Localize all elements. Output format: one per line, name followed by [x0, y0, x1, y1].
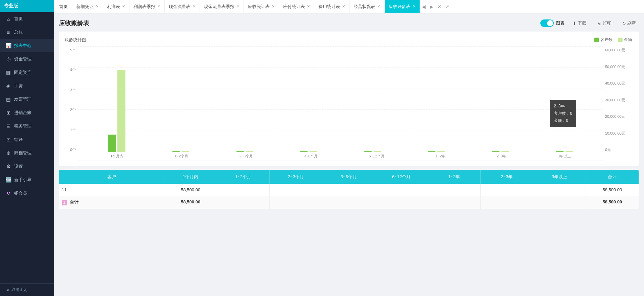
sidebar-item-home[interactable]: ⌂ 首页	[0, 12, 54, 26]
toggle-label: 图表	[556, 20, 565, 26]
x-label-3yplus: 3年以上	[558, 154, 571, 159]
y-right-0: 0元	[605, 147, 611, 152]
sidebar-item-assets[interactable]: ▦ 固定资产	[0, 66, 54, 79]
tab-profit-quarter[interactable]: 利润表季报 ✕	[129, 0, 165, 13]
print-button[interactable]: 🖨 打印	[594, 19, 614, 28]
tab-bizstat-close[interactable]: ✕	[377, 4, 380, 9]
app-logo: 专业版	[0, 0, 54, 12]
cell-612m	[375, 184, 428, 196]
download-label: 下载	[578, 20, 586, 26]
sidebar-item-settings[interactable]: ⚙ 设置	[0, 160, 54, 173]
tab-profit-close[interactable]: ✕	[122, 4, 125, 9]
summary-12y	[428, 196, 481, 209]
sidebar-label-finance: 资金管理	[14, 56, 32, 62]
th-3yplus: 3年以上	[533, 170, 586, 184]
tab-cashflow-close[interactable]: ✕	[193, 4, 196, 9]
tab-profit-quarter-close[interactable]: ✕	[157, 4, 160, 9]
tab-profit-label: 利润表	[107, 4, 120, 10]
sidebar-item-invoice[interactable]: ▤ 发票管理	[0, 93, 54, 106]
th-total: 合计	[586, 170, 639, 184]
legend-amount-dot	[618, 38, 623, 42]
cell-12y	[428, 184, 481, 196]
th-36m: 3~6个月	[322, 170, 375, 184]
tab-voucher-close[interactable]: ✕	[96, 4, 99, 9]
tab-ar-stat[interactable]: 应收统计表 ✕	[244, 0, 279, 13]
sidebar-item-vip[interactable]: V 畅会员	[0, 187, 54, 200]
tab-close-all-button[interactable]: ✕	[435, 0, 443, 13]
chart-bars	[78, 46, 603, 152]
assets-icon: ▦	[5, 69, 11, 76]
sidebar-item-archive[interactable]: ⊛ 归档管理	[0, 146, 54, 160]
chart-area: 5个 4个 3个 2个 1个 0个	[64, 46, 633, 160]
tab-ar-stat-close[interactable]: ✕	[272, 4, 275, 9]
summary-label-cell: Σ 合计	[59, 196, 164, 209]
sidebar-label-report: 报表中心	[14, 43, 32, 49]
summary-23m	[270, 196, 322, 209]
summary-612m	[375, 196, 428, 209]
page-title: 应收账龄表	[59, 19, 89, 27]
sidebar-label-vip: 畅会员	[14, 190, 27, 196]
x-label-23y: 2~3年	[497, 154, 507, 159]
x-label-12y: 1~2年	[436, 154, 446, 159]
y-axis-right: 60,000.00元 50,000.00元 40,000.00元 30,000.…	[603, 46, 633, 160]
cell-12m	[217, 184, 270, 196]
download-button[interactable]: ⬇ 下载	[570, 19, 589, 28]
tab-expense-close[interactable]: ✕	[342, 4, 345, 9]
tab-ar-aging-close[interactable]: ✕	[413, 4, 416, 9]
tab-ar-aging[interactable]: 应收账龄表 ✕	[385, 0, 420, 13]
tab-cashflow-quarter[interactable]: 现金流量表季报 ✕	[200, 0, 244, 13]
tab-voucher[interactable]: 新增凭证 ✕	[72, 0, 103, 13]
y-left-5: 5个	[70, 48, 76, 53]
y-left-2: 2个	[70, 107, 76, 112]
tab-prev-button[interactable]: ◀	[420, 0, 428, 13]
sidebar-item-guide[interactable]: 🆕 新手引导	[0, 173, 54, 187]
sidebar-label-tax: 税务管理	[14, 123, 32, 129]
y-right-10k: 10,000.00元	[605, 131, 625, 136]
sidebar-item-finance[interactable]: ◎ 资金管理	[0, 52, 54, 66]
sidebar-label-invoice: 发票管理	[14, 96, 32, 102]
tab-expense[interactable]: 费用统计表 ✕	[314, 0, 350, 13]
tab-home[interactable]: 首页	[55, 0, 72, 13]
tab-expand-button[interactable]: ⤢	[443, 0, 451, 13]
report-icon: 📊	[5, 43, 11, 49]
legend-amount: 金额	[618, 37, 632, 43]
cell-1m: 58,500.00	[164, 184, 217, 196]
tab-profit[interactable]: 利润表 ✕	[103, 0, 129, 13]
tab-bizstat-label: 经营状况表	[354, 4, 375, 10]
sidebar-label-settings: 设置	[14, 163, 23, 169]
tab-ap-stat[interactable]: 应付统计表 ✕	[279, 0, 314, 13]
sidebar-item-report[interactable]: 📊 报表中心	[0, 39, 54, 52]
sidebar-item-stock[interactable]: ⊞ 进销台账	[0, 106, 54, 119]
sidebar-item-salary[interactable]: ◈ 工资	[0, 79, 54, 93]
summary-23y	[481, 196, 533, 209]
collapse-button[interactable]: ◄ 取消固定	[0, 283, 54, 296]
sidebar-item-ledger[interactable]: ≡ 总账	[0, 26, 54, 39]
sidebar-item-tax[interactable]: ⊟ 税务管理	[0, 119, 54, 133]
stock-icon: ⊞	[5, 110, 11, 116]
chart-container: 账龄统计图 客户数 金额 5个 4个 3个 2个 1个	[59, 32, 639, 166]
sidebar: 专业版 ⌂ 首页 ≡ 总账 📊 报表中心 ◎ 资金管理 ▦ 固定资产 ◈ 工资 …	[0, 0, 54, 296]
summary-total: 58,500.00	[586, 196, 639, 209]
guide-icon: 🆕	[5, 177, 11, 183]
sidebar-label-salary: 工资	[14, 83, 23, 89]
cell-total: 58,500.00	[586, 184, 639, 196]
tab-ar-aging-label: 应收账龄表	[389, 4, 411, 10]
sidebar-item-closing[interactable]: ⊡ 结账	[0, 133, 54, 146]
tab-cashflow-quarter-label: 现金流量表季报	[204, 4, 234, 10]
summary-12m	[217, 196, 270, 209]
summary-36m	[322, 196, 375, 209]
toggle-thumb	[547, 20, 553, 26]
home-icon: ⌂	[5, 16, 11, 22]
data-table: 客户 1个月内 1~2个月 2~3个月 3~6个月 6~12个月 1~2年 2~…	[59, 170, 639, 209]
toggle-track[interactable]	[540, 19, 554, 27]
th-12m: 1~2个月	[217, 170, 270, 184]
tab-cashflow-quarter-close[interactable]: ✕	[236, 4, 239, 9]
chart-toggle[interactable]: 图表	[540, 19, 565, 27]
tab-cashflow[interactable]: 现金流量表 ✕	[165, 0, 200, 13]
tab-bizstat[interactable]: 经营状况表 ✕	[350, 0, 385, 13]
tab-next-button[interactable]: ▶	[428, 0, 435, 13]
ledger-icon: ≡	[5, 30, 11, 35]
invoice-icon: ▤	[5, 96, 11, 102]
refresh-button[interactable]: ↻ 刷新	[620, 19, 639, 28]
tab-ap-stat-close[interactable]: ✕	[307, 4, 310, 9]
